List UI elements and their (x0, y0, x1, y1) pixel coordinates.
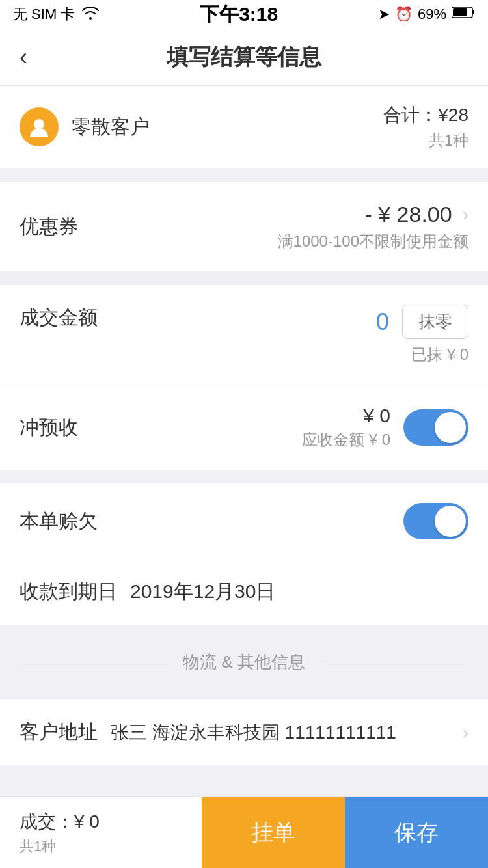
battery-icon (452, 6, 475, 23)
bottom-info: 成交：¥ 0 共1种 (0, 809, 202, 856)
section-gap-5 (0, 686, 488, 699)
section-gap-4 (0, 625, 488, 638)
nav-bar: ‹ 填写结算等信息 (0, 29, 488, 86)
bottom-bar: 成交：¥ 0 共1种 挂单 保存 (0, 796, 488, 868)
duedate-value: 2019年12月30日 (130, 578, 275, 605)
page-title: 填写结算等信息 (167, 42, 321, 72)
deal-amount-label: 成交金额 (20, 305, 98, 331)
address-chevron-icon: › (463, 722, 468, 743)
status-time: 下午3:18 (200, 1, 278, 28)
coupon-label: 优惠券 (20, 213, 78, 240)
location-icon: ➤ (378, 6, 390, 23)
total-amount: 合计：¥28 (383, 103, 468, 128)
pending-button[interactable]: 挂单 (202, 797, 345, 869)
prepayment-sub: 应收金额 ¥ 0 (302, 429, 390, 450)
status-left: 无 SIM 卡 (13, 5, 100, 24)
debt-label: 本单赊欠 (20, 508, 98, 535)
prepayment-row: 冲预收 ¥ 0 应收金额 ¥ 0 (0, 385, 488, 470)
address-row[interactable]: 客户地址 张三 海淀永丰科技园 11111111111 › (0, 699, 488, 765)
prepayment-values: ¥ 0 应收金额 ¥ 0 (302, 405, 390, 450)
deal-amount-input[interactable] (337, 308, 389, 336)
section-gap-2 (0, 272, 488, 285)
total-count: 共1种 (383, 130, 468, 151)
debt-row: 本单赊欠 (0, 483, 488, 559)
coupon-discount: - ¥ 28.00 (364, 202, 452, 227)
save-button[interactable]: 保存 (345, 797, 488, 869)
wifi-icon (81, 5, 100, 23)
avatar (20, 107, 59, 146)
debt-toggle-knob (435, 506, 466, 537)
status-bar: 无 SIM 卡 下午3:18 ➤ ⏰ 69% (0, 0, 488, 29)
bottom-count: 共1种 (20, 837, 182, 856)
logistics-line-right (318, 662, 468, 662)
coupon-desc: 满1000-100不限制使用金额 (278, 231, 468, 252)
address-label: 客户地址 (20, 719, 98, 746)
customer-name: 零散客户 (72, 114, 150, 141)
svg-point-3 (34, 119, 44, 129)
duedate-label: 收款到期日 (20, 578, 117, 605)
bottom-deal-value: ¥ 0 (74, 811, 100, 832)
section-gap-3 (0, 470, 488, 483)
customer-left: 零散客户 (20, 107, 150, 146)
customer-row: 零散客户 合计：¥28 共1种 (0, 86, 488, 168)
svg-rect-1 (472, 10, 474, 14)
bottom-deal-amount: 成交：¥ 0 (20, 809, 182, 834)
prepayment-right: ¥ 0 应收金额 ¥ 0 (302, 405, 468, 450)
toggle-knob (435, 412, 466, 443)
logistics-line-left (20, 662, 170, 662)
debt-toggle[interactable] (403, 503, 468, 539)
deal-amount-row: 成交金额 抹零 已抹 ¥ 0 (0, 285, 488, 385)
prepayment-toggle[interactable] (403, 409, 468, 446)
round-zero-button[interactable]: 抹零 (402, 305, 468, 339)
bottom-deal-label: 成交： (20, 811, 74, 832)
svg-rect-2 (453, 8, 467, 16)
prepayment-label: 冲预收 (20, 414, 78, 441)
status-right: ➤ ⏰ 69% (378, 6, 475, 23)
content: 零散客户 合计：¥28 共1种 优惠券 - ¥ 28.00 › 满1000-10… (0, 86, 488, 868)
address-value: 张三 海淀永丰科技园 11111111111 (111, 720, 456, 745)
coupon-right: - ¥ 28.00 › 满1000-100不限制使用金额 (278, 202, 468, 252)
customer-summary: 合计：¥28 共1种 (383, 103, 468, 151)
deal-amount-sub: 已抹 ¥ 0 (411, 344, 468, 365)
alarm-icon: ⏰ (395, 6, 413, 23)
chevron-right-icon: › (463, 204, 468, 225)
logistics-header: 物流 & 其他信息 (0, 638, 488, 686)
deal-amount-right: 抹零 已抹 ¥ 0 (337, 305, 468, 365)
section-gap-1 (0, 169, 488, 182)
duedate-row: 收款到期日 2019年12月30日 (0, 559, 488, 625)
back-button[interactable]: ‹ (20, 44, 27, 71)
deal-amount-top: 抹零 (337, 305, 468, 339)
prepayment-amount: ¥ 0 (302, 405, 390, 427)
coupon-row[interactable]: 优惠券 - ¥ 28.00 › 满1000-100不限制使用金额 (0, 182, 488, 272)
logistics-text: 物流 & 其他信息 (170, 651, 318, 673)
sim-status: 无 SIM 卡 (13, 5, 75, 24)
battery-percent: 69% (418, 6, 446, 23)
